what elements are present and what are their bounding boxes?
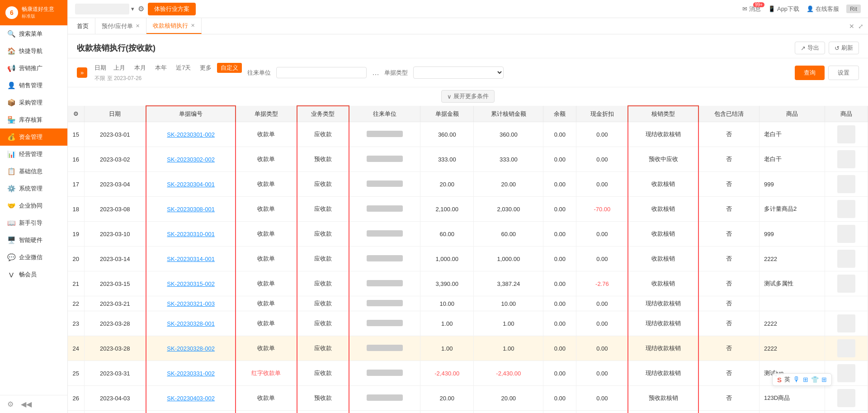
filter-actions: 查询 设置 [795,66,859,80]
td-doc-no[interactable]: SK-20230403-002 [146,386,236,411]
th-counterparty[interactable]: 往来单位 [349,106,420,122]
td-date: 2023-03-28 [84,336,146,361]
export-button[interactable]: ↗ 导出 [795,42,825,54]
td-doc-no[interactable]: SK-20230315-002 [146,271,236,296]
date-btn-7days[interactable]: 近7天 [172,63,194,73]
th-amount[interactable]: 单据金额 [420,106,474,122]
td-doc-no[interactable]: SK-20230321-003 [146,296,236,311]
date-btn-more[interactable]: 更多 [196,63,215,73]
tab-home[interactable]: 首页 [68,18,95,34]
td-included: 否 [698,361,760,386]
table-row: 26 2023-04-03 SK-20230403-002 收款单 预收款 20… [68,386,868,411]
td-doc-no[interactable]: SK-20230328-002 [146,336,236,361]
td-doc-no[interactable]: SK-20230308-001 [146,197,236,222]
tab-collection[interactable]: 收款核销执行 ✕ [146,18,202,34]
sidebar-bottom: ⚙ ◀◀ [0,395,67,413]
td-no: 16 [68,147,84,172]
tab-payable-close[interactable]: ✕ [136,23,140,29]
sidebar-item-enterprise[interactable]: 🤝 企业协同 [0,197,67,214]
date-btn-this-year[interactable]: 本年 [151,63,170,73]
td-date: 2023-04-08 [84,411,146,413]
td-cancel-type: 现结收款核销 [628,296,698,311]
service-item[interactable]: 👤 在线客服 [807,5,839,13]
sidebar-item-member[interactable]: V 畅会员 [0,266,67,283]
table-wrapper: ⚙ 日期 单据编号 单据类型 业务类型 往来单位 单据金额 累计核销金额 余额 … [68,105,868,413]
system-icon: ⚙️ [7,185,15,193]
logo-text: 畅康道好生意 标准版 [22,6,54,19]
topbar-selector[interactable]: ▾ [75,4,134,14]
export-icon: ↗ [801,45,806,52]
td-doc-no[interactable]: SK-20230310-001 [146,222,236,247]
sidebar-item-wechat[interactable]: 💬 企业微信 [0,249,67,266]
tab-collection-close[interactable]: ✕ [191,23,195,28]
sidebar-item-hardware[interactable]: 🖥️ 智能硬件 [0,232,67,249]
settings-button[interactable]: 设置 [828,66,859,80]
td-doc-no[interactable]: SK-20230408-001 [146,411,236,413]
td-doc-no[interactable]: SK-20230304-001 [146,172,236,197]
tab-expand-icon[interactable]: ⤢ [858,23,863,30]
settings-bottom-icon[interactable]: ⚙ [7,400,14,408]
td-biz-type: 应收款 [297,336,349,361]
topbar: ▾ ⚙ 体验行业方案 ✉ 消息 99+ 📱 App下载 👤 在线客服 Rit [68,0,868,18]
receipt-type-select[interactable] [413,66,504,79]
sidebar-item-search[interactable]: 🔍 搜索菜单 [0,25,67,43]
th-cash-discount[interactable]: 现金折扣 [576,106,628,122]
counterparty-input[interactable] [276,67,367,78]
td-amount: 1,000.00 [420,247,474,271]
sidebar-item-marketing[interactable]: 📢 营销推广 [0,60,67,77]
topbar-gear-icon[interactable]: ⚙ [138,5,144,13]
app-download-item[interactable]: 📱 App下载 [768,5,799,13]
expand-more-button[interactable]: ∨ 展开更多条件 [441,90,495,103]
td-biz-type: 应收款 [297,222,349,247]
th-settings[interactable]: ⚙ [68,106,84,122]
td-biz-type: 应收款 [297,311,349,336]
service-icon: 👤 [807,5,814,12]
solution-button[interactable]: 体验行业方案 [148,3,196,15]
user-avatar[interactable]: Rit [846,5,861,13]
td-doc-no[interactable]: SK-20230301-002 [146,122,236,147]
th-included[interactable]: 包含已结清 [698,106,760,122]
sidebar-item-inventory[interactable]: 🏪 库存核算 [0,111,67,128]
collapse-icon[interactable]: ◀◀ [21,400,32,408]
th-goods1[interactable]: 商品 [759,106,825,122]
sidebar-item-system[interactable]: ⚙️ 系统管理 [0,180,67,197]
td-balance: 0.00 [543,361,576,386]
sidebar-item-purchase[interactable]: 📦 采购管理 [0,94,67,111]
td-doc-no[interactable]: SK-20230314-001 [146,247,236,271]
refresh-button[interactable]: ↺ 刷新 [829,42,859,54]
table-row: 22 2023-03-21 SK-20230321-003 收款单 应收款 10… [68,296,868,311]
tabbar: 首页 预付/应付单 ✕ 收款核销执行 ✕ ✕ ⤢ [68,18,868,34]
th-cancel-type[interactable]: 核销类型 [628,106,698,122]
td-cancel-type: 收款核销 [628,172,698,197]
th-date[interactable]: 日期 [84,106,146,122]
sidebar-item-quick-nav[interactable]: 🏠 快捷导航 [0,43,67,60]
td-doc-no[interactable]: SK-20230328-001 [146,311,236,336]
sidebar-item-finance[interactable]: 💰 资金管理 [0,128,67,146]
th-balance[interactable]: 余额 [543,106,576,122]
date-btn-custom[interactable]: 自定义 [217,63,242,73]
th-doc-no[interactable]: 单据编号 [146,106,236,122]
date-btn-last-month[interactable]: 上月 [110,63,129,73]
tab-close-all-icon[interactable]: ✕ [849,23,854,30]
th-goods2[interactable]: 商品 [825,106,868,122]
tab-payable[interactable]: 预付/应付单 ✕ [95,18,146,34]
sidebar-item-guide[interactable]: 📖 新手引导 [0,214,67,232]
td-doc-no[interactable]: SK-20230302-002 [146,147,236,172]
td-cash-discount: 0.00 [576,222,628,247]
sidebar-item-basic[interactable]: 📋 基础信息 [0,163,67,180]
date-btn-this-month[interactable]: 本月 [131,63,150,73]
th-cum-amount[interactable]: 累计核销金额 [474,106,543,122]
filter-expand-button[interactable]: » [77,67,87,78]
th-biz-type[interactable]: 业务类型 [297,106,349,122]
sidebar-item-sales[interactable]: 👤 销售管理 [0,77,67,94]
sidebar-item-operation[interactable]: 📊 经营管理 [0,146,67,163]
counterparty-dots[interactable]: ... [372,68,379,77]
td-doc-type: 收款单 [236,122,297,147]
table-row: 16 2023-03-02 SK-20230302-002 收款单 预收款 33… [68,147,868,172]
th-doc-type[interactable]: 单据类型 [236,106,297,122]
query-button[interactable]: 查询 [795,66,825,80]
topbar-left: ▾ ⚙ 体验行业方案 [75,3,735,15]
td-counterparty [349,147,420,172]
td-doc-no[interactable]: SK-20230331-002 [146,361,236,386]
message-item[interactable]: ✉ 消息 99+ [742,5,761,13]
